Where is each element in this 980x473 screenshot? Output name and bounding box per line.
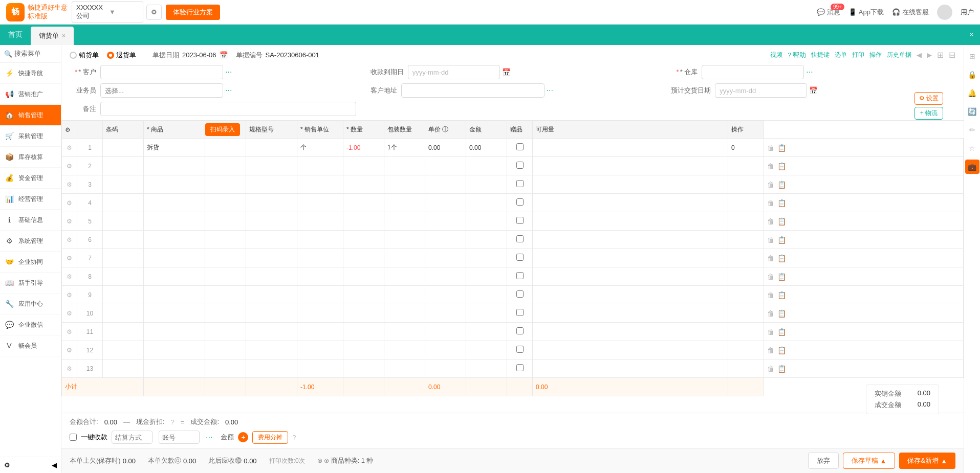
warehouse-select-icon[interactable]: ··· — [806, 67, 813, 77]
sidebar-item-inventory[interactable]: 📦 库存核算 — [0, 147, 61, 168]
copy-icon[interactable]: 📋 — [777, 162, 786, 170]
sidebar-item-collab[interactable]: 🤝 企业协同 — [0, 252, 61, 273]
row-spec[interactable] — [246, 286, 297, 304]
right-icon-edit[interactable]: ✏ — [965, 123, 979, 137]
row-product[interactable] — [144, 157, 205, 175]
delete-icon[interactable]: 🗑 — [767, 254, 774, 262]
radio-sale[interactable]: 销货单 — [70, 51, 99, 60]
row-barcode[interactable] — [103, 359, 144, 378]
row-gift[interactable] — [507, 157, 533, 175]
copy-icon[interactable]: 📋 — [777, 181, 786, 189]
row-price[interactable] — [425, 286, 466, 304]
row-settings[interactable]: ⚙ — [62, 212, 77, 231]
customer-select-icon[interactable]: ··· — [225, 67, 232, 77]
row-unit[interactable] — [297, 157, 343, 175]
row-gift[interactable] — [507, 139, 533, 157]
sidebar-item-marketing[interactable]: 📢 营销推广 — [0, 84, 61, 105]
grid-view-icon[interactable]: ⊞ — [937, 50, 944, 60]
username[interactable]: 用户 — [961, 8, 974, 17]
row-gift[interactable] — [507, 341, 533, 359]
row-price[interactable] — [425, 267, 466, 286]
row-barcode[interactable] — [103, 194, 144, 212]
tab-sales-order[interactable]: 销货单 × — [31, 27, 74, 45]
delete-icon[interactable]: 🗑 — [767, 236, 774, 244]
copy-icon[interactable]: 📋 — [777, 346, 786, 354]
row-pkg-qty[interactable] — [384, 231, 425, 249]
row-price[interactable] — [425, 304, 466, 323]
sidebar-search[interactable]: 🔍 搜索菜单 — [0, 45, 61, 63]
row-barcode[interactable] — [103, 286, 144, 304]
abandon-button[interactable]: 放弃 — [808, 453, 839, 469]
row-spec[interactable] — [246, 231, 297, 249]
row-spec[interactable] — [246, 175, 297, 194]
account-input[interactable] — [159, 431, 200, 444]
row-settings[interactable]: ⚙ — [62, 194, 77, 212]
row-qty[interactable]: -1.00 — [343, 139, 384, 157]
app-download-button[interactable]: 📱 App下载 — [848, 8, 884, 17]
row-qty[interactable] — [343, 359, 384, 378]
radio-return[interactable]: 退货单 — [107, 51, 136, 60]
online-service-button[interactable]: 🎧 在线客服 — [892, 8, 929, 17]
nav-next-icon[interactable]: ▶ — [927, 51, 932, 59]
row-spec[interactable] — [246, 139, 297, 157]
row-price[interactable] — [425, 341, 466, 359]
scan-button[interactable]: 扫码录入 — [205, 123, 240, 136]
row-qty[interactable] — [343, 323, 384, 341]
shortcut-link[interactable]: 快捷键 — [811, 51, 830, 59]
row-product[interactable]: 拆货 — [144, 139, 205, 157]
row-spec[interactable] — [246, 157, 297, 175]
one-click-payment-checkbox[interactable] — [70, 434, 77, 441]
row-price[interactable] — [425, 231, 466, 249]
row-gift[interactable] — [507, 359, 533, 378]
row-gift[interactable] — [507, 267, 533, 286]
row-amount[interactable] — [466, 304, 507, 323]
print-link[interactable]: 打印 — [852, 51, 864, 59]
row-barcode[interactable] — [103, 175, 144, 194]
delete-icon[interactable]: 🗑 — [767, 328, 774, 336]
row-barcode[interactable] — [103, 157, 144, 175]
copy-icon[interactable]: 📋 — [777, 199, 786, 207]
row-amount[interactable] — [466, 194, 507, 212]
row-product[interactable] — [144, 231, 205, 249]
add-payment-button[interactable]: + — [238, 432, 248, 442]
salesperson-input[interactable] — [100, 83, 223, 98]
row-price[interactable] — [425, 359, 466, 378]
salesperson-select-icon[interactable]: ··· — [225, 86, 232, 95]
row-gift[interactable] — [507, 175, 533, 194]
due-date-calendar-icon[interactable]: 📅 — [502, 68, 511, 76]
copy-icon[interactable]: 📋 — [777, 291, 786, 299]
row-pkg-qty[interactable] — [384, 175, 425, 194]
choose-link[interactable]: 选单 — [835, 51, 847, 59]
row-unit[interactable] — [297, 175, 343, 194]
delete-icon[interactable]: 🗑 — [767, 346, 774, 354]
tab-home[interactable]: 首页 — [0, 25, 31, 45]
right-icon-star[interactable]: ☆ — [965, 141, 979, 155]
row-amount[interactable] — [466, 341, 507, 359]
row-pkg-qty[interactable] — [384, 157, 425, 175]
row-spec[interactable] — [246, 194, 297, 212]
addr-select-icon[interactable]: ··· — [547, 86, 553, 95]
logistics-button[interactable]: + 物流 — [914, 107, 943, 120]
row-pkg-qty[interactable] — [384, 249, 425, 267]
sidebar-item-wechat[interactable]: 💬 企业微信 — [0, 314, 61, 335]
customer-addr-input[interactable] — [401, 83, 545, 98]
row-unit[interactable] — [297, 231, 343, 249]
delete-icon[interactable]: 🗑 — [767, 365, 774, 373]
row-amount[interactable] — [466, 267, 507, 286]
sidebar-item-operations[interactable]: 📊 经营管理 — [0, 189, 61, 210]
nav-prev-icon[interactable]: ◀ — [917, 51, 922, 59]
row-spec[interactable] — [246, 249, 297, 267]
fee-allocation-button[interactable]: 费用分摊 — [252, 431, 288, 444]
copy-icon[interactable]: 📋 — [777, 328, 786, 336]
row-qty[interactable] — [343, 231, 384, 249]
row-barcode[interactable] — [103, 267, 144, 286]
sidebar-item-finance[interactable]: 💰 资金管理 — [0, 168, 61, 189]
sidebar-collapse-icon[interactable]: ◀ — [52, 461, 57, 469]
row-settings[interactable]: ⚙ — [62, 359, 77, 378]
company-selector[interactable]: XXXXXX公司 ▼ — [72, 1, 143, 23]
row-amount[interactable] — [466, 212, 507, 231]
row-unit[interactable] — [297, 341, 343, 359]
row-spec[interactable] — [246, 304, 297, 323]
delete-icon[interactable]: 🗑 — [767, 291, 774, 299]
row-barcode[interactable] — [103, 249, 144, 267]
